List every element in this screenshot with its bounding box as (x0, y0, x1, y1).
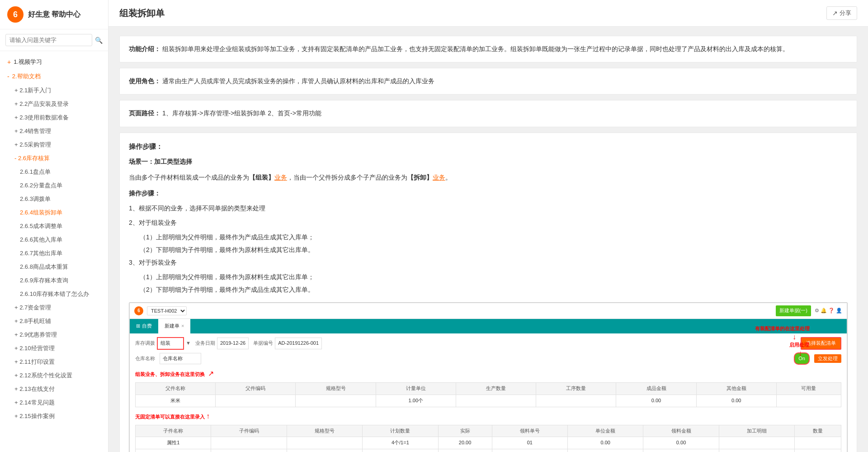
mock-tab-home[interactable]: ⊞ 自费 (130, 319, 158, 333)
nav-tree: + 1.视频学习 - 2.帮助文档 + 2.1新手入门 + 2.2产品安装及登录… (0, 51, 108, 452)
sidebar-item-videos[interactable]: + 1.视频学习 (0, 55, 108, 69)
enable-area: On 立发处理 启用处理 ↓ (794, 352, 841, 365)
sidebar-item-docs-22[interactable]: + 2.2产品安装及登录 (0, 97, 108, 111)
mock-nav-tabs: ⊞ 自费 新建单 × (130, 319, 847, 333)
sidebar-item-docs-215[interactable]: + 2.15操作案例 (0, 409, 108, 423)
sub-collapse-icon: - (14, 155, 18, 162)
type-select-mock[interactable]: 组装 (157, 337, 184, 350)
mock-company-select[interactable]: TEST-H002 (147, 306, 187, 315)
annotation-arrow3: ↓ (798, 347, 802, 360)
sidebar-item-docs-267[interactable]: 2.6.7其他出库单 (0, 247, 108, 260)
col-header: 工序数量 (536, 383, 616, 395)
mock-sub-table: 子件名称 子件编码 规格型号 计划数量 实际 领料单号 单位金额 领料金额 加工… (135, 425, 841, 452)
main-content: 组装拆卸单 ↗ 分享 功能介绍： 组装拆卸单用来处理企业组装或拆卸等加工业务，支… (108, 0, 868, 452)
col-header: 规格型号 (296, 383, 376, 395)
sidebar-item-docs-266[interactable]: 2.6.6其他入库单 (0, 233, 108, 247)
search-button[interactable]: 🔍 (95, 37, 103, 44)
sidebar-item-docs-21[interactable]: + 2.1新手入门 (0, 84, 108, 97)
sub-col-header: 单位金额 (567, 425, 643, 437)
annotation-sub-table: 无固定清单可以直接在这里录入 (135, 414, 205, 419)
mock-tab-new[interactable]: 新建单 × (158, 319, 190, 333)
sub-expand-icon: + (14, 385, 19, 392)
logo-text: 好生意 帮助中心 (28, 10, 80, 19)
step1: 1、根据不同的业务，选择不同单据的类型来处理 (129, 202, 848, 214)
sidebar-item-docs-2610[interactable]: 2.6.10库存账本错了怎么办 (0, 287, 108, 301)
share-icon: ↗ (832, 10, 838, 17)
content-area: 功能介绍： 组装拆卸单用来处理企业组装或拆卸等加工业务，支持有固定装配清单的产品… (108, 27, 868, 452)
sidebar-item-docs-263[interactable]: 2.6.3调拨单 (0, 192, 108, 206)
search-input[interactable] (5, 34, 92, 46)
sub-col-header: 领料金额 (643, 425, 719, 437)
sub-col-header: 领料单号 (492, 425, 567, 437)
sub-expand-icon: + (14, 331, 19, 338)
sub-expand-icon: + (14, 318, 19, 324)
sidebar-item-docs-214[interactable]: + 2.14常见问题 (0, 396, 108, 409)
mock-logo: 6 (134, 306, 143, 315)
col-header: 生产数量 (456, 383, 536, 395)
sidebar-item-docs-210[interactable]: + 2.10经营管理 (0, 342, 108, 355)
sidebar-item-docs-23[interactable]: + 2.3使用前数据准备 (0, 111, 108, 124)
ops-heading: 操作步骤： (129, 140, 848, 152)
sub-expand-icon: + (14, 372, 19, 379)
step2-sub2: （2）下部明细为子件明细，最终作为原材料生成其它出库单。 (140, 243, 848, 256)
step3-sub2: （2）下部明细为子件明细，最终作为产成品生成其它入库单。 (140, 283, 848, 296)
sub-col-header: 数量 (795, 425, 841, 437)
sidebar-item-videos-label: 1.视频学习 (14, 58, 42, 66)
sidebar-item-docs-29[interactable]: + 2.9优惠券管理 (0, 328, 108, 342)
sub-expand-icon: + (14, 345, 19, 352)
page-title: 组装拆卸单 (119, 7, 165, 19)
expand-icon: + (7, 58, 11, 66)
sidebar-item-docs-label: 2.帮助文档 (12, 72, 41, 81)
col-header: 其他金额 (696, 383, 776, 395)
mock-bill-field: 单据编号 AD-20191226-001 (253, 338, 322, 349)
warehouse-label: 仓库名称 (135, 354, 155, 363)
sidebar-item-docs-211[interactable]: + 2.11打印设置 (0, 355, 108, 369)
logo-area: 6 好生意 帮助中心 (0, 0, 108, 29)
bill-value[interactable]: AD-20191226-001 (275, 338, 322, 349)
sidebar-item-docs-264[interactable]: 2.6.4组装拆卸单 (0, 206, 108, 219)
sub-expand-icon: + (14, 114, 19, 121)
mock-date-field: 业务日期 2019-12-26 (195, 338, 249, 349)
ops-steps-label: 操作步骤： (129, 188, 848, 199)
sidebar-item-docs-269[interactable]: 2.6.9库存账本查询 (0, 274, 108, 287)
sub-table-annotation-area: 无固定清单可以直接在这里录入 ↑ (135, 410, 841, 423)
share-button[interactable]: ↗ 分享 (826, 6, 857, 20)
sidebar-item-docs-25[interactable]: + 2.5采购管理 (0, 138, 108, 152)
mock-form-area: 库存调拨 组装 ▼ 业务日期 2019-12-26 单据编号 AD-201912… (130, 333, 847, 452)
sidebar-item-docs-212[interactable]: + 2.12系统个性化设置 (0, 369, 108, 382)
sidebar-item-docs-262[interactable]: 2.6.2分量盘点单 (0, 179, 108, 192)
sidebar-item-docs-27[interactable]: + 2.7资金管理 (0, 301, 108, 314)
type-label: 库存调拨 (135, 339, 155, 348)
sub-expand-icon: + (14, 304, 19, 311)
sidebar: 6 好生意 帮助中心 🔍 + 1.视频学习 - 2.帮助文档 + 2.1新手入门… (0, 0, 108, 452)
sub-expand-icon: + (14, 399, 19, 406)
mock-appbar: 6 TEST-H002 新建单据(一) ⚙ 🔔 ❓ 👤 (130, 303, 847, 319)
date-label: 业务日期 (195, 339, 215, 348)
col-header: 成品金额 (616, 383, 696, 395)
confirm-btn[interactable]: 立发处理 (814, 354, 841, 363)
sidebar-item-docs-213[interactable]: + 2.13在线支付 (0, 382, 108, 396)
intro-card: 功能介绍： 组装拆卸单用来处理企业组装或拆卸等加工业务，支持有固定装配清单的产品… (119, 36, 857, 62)
sidebar-item-docs-261[interactable]: 2.6.1盘点单 (0, 165, 108, 179)
date-value[interactable]: 2019-12-26 (217, 338, 249, 349)
mock-type-field: 库存调拨 组装 ▼ (135, 337, 191, 350)
ops-card: 操作步骤： 场景一：加工类型选择 当由多个子件材料组装成一个成品的业务为【组装】… (119, 133, 857, 452)
warehouse-input[interactable]: 仓库名称 (160, 353, 201, 365)
path-card: 页面路径： 1、库存核算->库存管理->组装拆卸单 2、首页->常用功能 (119, 100, 857, 127)
sub-col-header: 子件名称 (136, 425, 211, 437)
mock-new-btn[interactable]: 新建单据(一) (776, 305, 811, 316)
table-row: 属性2 4个/1=1 20.00 01 0.00 0.00 (136, 449, 841, 452)
sidebar-item-docs-28[interactable]: + 2.8手机旺辅 (0, 314, 108, 328)
sidebar-item-docs-24[interactable]: + 2.4销售管理 (0, 124, 108, 138)
bill-label: 单据编号 (253, 339, 273, 348)
step2-sub1: （1）上部明细为父件明细，最终作为产成品生成其它入库单； (140, 231, 848, 243)
sub-expand-icon: + (14, 358, 19, 365)
sidebar-item-docs-268[interactable]: 2.6.8商品成本重算 (0, 260, 108, 274)
path-text: 页面路径： 1、库存核算->库存管理->组装拆卸单 2、首页->常用功能 (129, 108, 848, 119)
mock-screen: 6 TEST-H002 新建单据(一) ⚙ 🔔 ❓ 👤 ⊞ 自费 (129, 303, 847, 452)
sidebar-item-docs[interactable]: - 2.帮助文档 (0, 69, 108, 84)
intro-text: 功能介绍： 组装拆卸单用来处理企业组装或拆卸等加工业务，支持有固定装配清单的产品… (129, 43, 848, 55)
sidebar-item-docs-26[interactable]: - 2.6库存核算 (0, 152, 108, 165)
sidebar-item-docs-265[interactable]: 2.6.5成本调整单 (0, 219, 108, 233)
home-icon: ⊞ (136, 322, 140, 331)
